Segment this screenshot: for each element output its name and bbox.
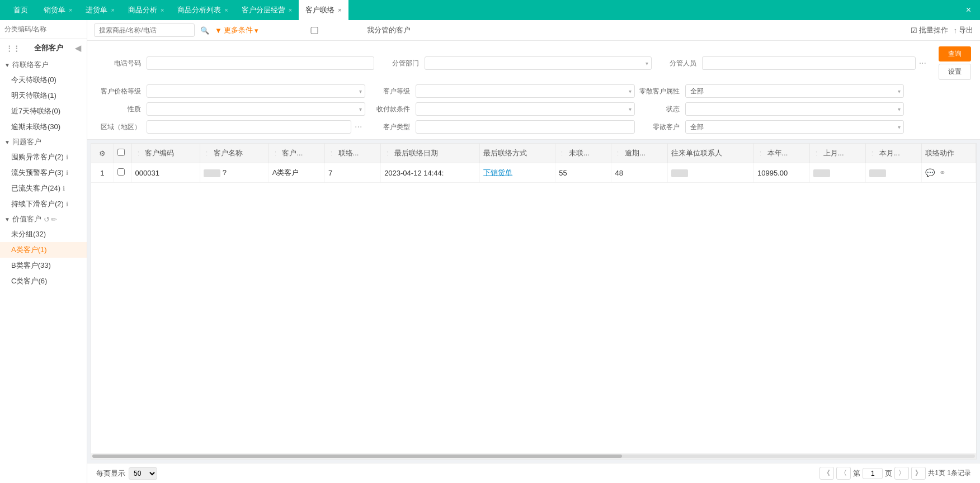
my-customer-filter[interactable]: 我分管的客户 [264,25,411,35]
refresh-icon[interactable]: ↺ [44,215,50,224]
close-productanalysis-icon[interactable]: × [161,7,164,13]
filter-retail-attr-select[interactable]: 全部 [685,84,904,98]
page-size-select[interactable]: 50 10 20 100 [129,467,157,480]
batch-op-button[interactable]: ☑ 批量操作 [911,25,948,35]
my-customer-checkbox[interactable] [264,27,365,34]
chat-icon[interactable]: 💬 [925,168,935,177]
scrollbar-thumb[interactable] [92,454,622,458]
all-customer-label: 全部客户 [34,43,63,53]
more-dots-icon2[interactable]: ··· [351,122,365,132]
export-button[interactable]: ↑ 导出 [954,25,974,35]
th-overdue: ⋮ 逾期... [611,144,667,163]
filter-custgrade-select[interactable] [416,84,634,98]
drag-icon: ⋮ [757,150,764,157]
cell-name: ? [200,163,269,183]
filter-region-wrap [147,120,351,134]
cell-lastmethod[interactable]: 下销货单 [480,163,555,183]
search-button[interactable]: 🔍 [200,26,209,35]
row-checkbox[interactable] [117,168,125,176]
close-customertier-icon[interactable]: × [289,7,292,13]
th-settings[interactable]: ⚙ [91,144,114,163]
sidebar-collapse-icon[interactable]: ◀ [75,44,81,53]
close-salesorder-icon[interactable]: × [69,7,72,13]
edit-icon[interactable]: ✏ [51,215,57,224]
sidebar-item-tomorrow[interactable]: 明天待联络(1) [0,88,87,103]
sidebar-item-declining[interactable]: 持续下滑客户(2) ℹ [0,196,87,212]
nav-productanalysis[interactable]: 商品分析 × [121,0,171,20]
nav-customer-tier[interactable]: 客户分层经营 × [235,0,299,20]
sidebar-group-problem[interactable]: ▼ 问题客户 [0,135,87,149]
filter-dept: 分管部门 ▾ [374,56,652,70]
cell-checkbox[interactable] [114,163,131,183]
sidebar-search-input[interactable] [4,25,87,33]
action-buttons: 💬 ⚭ [925,168,972,177]
setting-button[interactable]: 设置 [939,64,971,80]
th-checkbox[interactable] [114,144,131,163]
sidebar-item-lost[interactable]: 已流失客户(24) ℹ [0,181,87,196]
filter-nature-label: 性质 [96,105,147,114]
more-filters-button[interactable]: ▼ 更多条件 ▾ [215,25,258,35]
sidebar-item-classB[interactable]: B类客户(33) [0,258,87,273]
filter-phone-input[interactable] [147,56,374,70]
sidebar-item-lostwarning[interactable]: 流失预警客户(3) ℹ [0,165,87,181]
filter-region-input[interactable] [147,120,351,134]
sidebar-item-7days[interactable]: 近7天待联络(0) [0,103,87,119]
last-page-button[interactable]: 》 [911,467,926,480]
more-dots-icon[interactable]: ··· [916,58,930,68]
filter-person-input[interactable] [702,56,915,70]
sidebar-item-overdue[interactable]: 逾期未联络(30) [0,119,87,135]
first-page-button[interactable]: 《 [819,467,834,480]
horizontal-scrollbar[interactable] [91,453,976,459]
filter-pricegrade-select[interactable] [147,84,365,98]
close-customercontact-icon[interactable]: × [338,7,341,13]
sidebar-group-pending[interactable]: ▼ 待联络客户 [0,58,87,72]
filter-retail-label: 零散客户 [635,122,685,132]
link-icon[interactable]: ⚭ [939,168,946,177]
sidebar-item-classA[interactable]: A类客户(1) [0,242,87,258]
prev-page-button[interactable]: 〈 [836,467,851,480]
filter-pricegrade-label: 客户价格等级 [96,87,147,96]
filter-pricegrade-wrap: ▾ [147,84,365,98]
query-button[interactable]: 查询 [939,46,971,61]
close-productanalysislist-icon[interactable]: × [224,7,228,13]
filter-payment-select[interactable] [416,102,634,116]
nav-home[interactable]: 首页 [4,0,37,20]
nav-salesorder[interactable]: 销货单 × [37,0,79,20]
total-info: 共1页 1条记录 [928,468,971,478]
page-number-input[interactable] [863,468,883,479]
filter-dept-select[interactable] [425,56,652,70]
drag-icon: ⋮ [135,150,142,157]
sidebar-item-abnormal[interactable]: 囤购异常客户(2) ℹ [0,149,87,165]
select-all-checkbox[interactable] [117,149,125,156]
nav-customer-contact[interactable]: 客户联络 × [299,0,348,20]
filter-retail-select[interactable]: 全部 [685,120,904,134]
filter-row-3: 性质 ▾ 收付款条件 ▾ [96,102,971,116]
sidebar-item-classC[interactable]: C类客户(6) [0,273,87,289]
arrow-icon: ▼ [4,62,10,68]
sidebar-all-customer[interactable]: ⋮⋮ 全部客户 ◀ [0,39,87,58]
sidebar-item-ungroup[interactable]: 未分组(32) [0,226,87,242]
filter-status-select[interactable] [685,102,904,116]
pagination: 《 〈 第 页 〉 》 共1页 1条记录 [819,467,971,480]
close-purchaseorder-icon[interactable]: × [111,7,114,13]
drag-icon: ⋮ [328,150,334,157]
settings-icon[interactable]: ⚙ [99,149,106,158]
close-all-tabs-button[interactable]: × [962,5,976,15]
last-method-link[interactable]: 下销货单 [483,168,512,177]
nav-purchaseorder[interactable]: 进货单 × [79,0,121,20]
next-page-button[interactable]: 〉 [894,467,909,480]
sidebar-group-value[interactable]: ▼ 价值客户 ↺ ✏ [0,212,87,226]
search-input[interactable] [94,23,195,37]
filter-retail-attr: 零散客户属性 全部 ▾ [635,84,904,98]
filter-status: 状态 ▾ [635,102,904,116]
filter-custtype-input[interactable] [416,120,634,134]
th-name: ⋮ 客户名称 [200,144,269,163]
th-nocontact: ⋮ 未联... [555,144,611,163]
th-level: ⋮ 客户... [268,144,324,163]
filter-nature-select[interactable] [147,102,365,116]
filter-payment: 收付款条件 ▾ [365,102,634,116]
nav-productanalysis-list[interactable]: 商品分析列表 × [171,0,234,20]
sidebar-item-today[interactable]: 今天待联络(0) [0,72,87,88]
th-contact: ⋮ 联络... [324,144,380,163]
filter-buttons: 查询 设置 [930,46,971,80]
